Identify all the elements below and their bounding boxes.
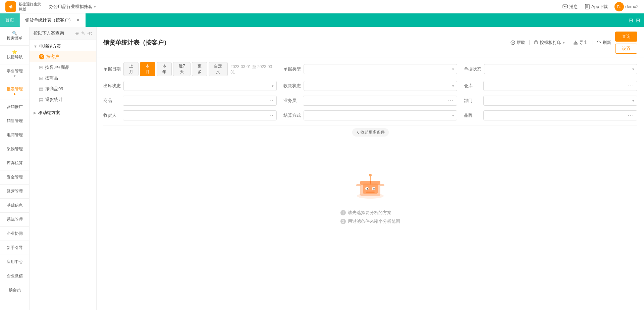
print-icon xyxy=(534,40,538,45)
sidebar-item-wholesale[interactable]: 批发管理 ▲ xyxy=(0,82,29,100)
scheme-item-by-goods-99[interactable]: ▤ 按商品99 xyxy=(30,84,96,94)
help-btn[interactable]: ? 帮助 xyxy=(511,40,525,46)
message-icon xyxy=(562,4,568,9)
sidebar-item-basics[interactable]: 基础信息 xyxy=(0,199,29,213)
sidebar-item-corp-wechat[interactable]: 企业微信 xyxy=(0,269,29,283)
scheme-item-by-customer-goods[interactable]: ⊞ 按客户+商品 xyxy=(30,62,96,73)
doc-type-chevron: ▾ xyxy=(452,67,454,71)
avatar: Ea xyxy=(614,2,624,11)
settlement-label: 结算方式 xyxy=(283,112,301,118)
salesperson-label: 业务员 xyxy=(283,98,300,104)
empty-tip-2: 2 用过滤条件来缩小分析范围 xyxy=(340,218,400,224)
scheme-panel: 按以下方案查询 ⊕ ✎ ≪ ▼ 电脑端方案 客 按客户 xyxy=(30,27,97,310)
date-btn-this-year[interactable]: 本年 xyxy=(157,62,172,76)
brand-label: 品牌 xyxy=(464,112,481,118)
filter-item-receiver: 收货人 ··· xyxy=(103,110,277,120)
dept-input[interactable]: ▾ xyxy=(483,96,637,106)
date-btn-this-month[interactable]: 本月 xyxy=(140,62,155,76)
date-btn-last-month[interactable]: 上月 xyxy=(123,62,139,76)
sidebar-item-retail[interactable]: 零售管理 ▼ xyxy=(0,64,29,82)
goods-label: 商品 xyxy=(103,98,120,104)
date-btn-custom[interactable]: 自定义 xyxy=(209,62,228,76)
receiver-input[interactable]: ··· xyxy=(123,110,277,120)
scheme-item-return-stat[interactable]: ▤ 退货统计 xyxy=(30,94,96,105)
empty-tip-1: 1 请先选择要分析的方案 xyxy=(340,210,400,216)
receiver-dots: ··· xyxy=(267,112,274,118)
filter-item-collect-status: 收款状态 ▾ xyxy=(283,81,457,91)
tab-close-icon[interactable]: ✕ xyxy=(76,18,80,22)
empty-state: 1 请先选择要分析的方案 2 用过滤条件来缩小分析范围 xyxy=(97,144,644,245)
warehouse-dots: ··· xyxy=(628,83,634,89)
brand-input[interactable]: ··· xyxy=(483,110,637,120)
tab-minimize-icon[interactable]: ⊟ xyxy=(629,17,633,23)
date-btn-more[interactable]: 更多 xyxy=(192,62,207,76)
sidebar-item-search-menu[interactable]: 🔍 搜索菜单 xyxy=(0,27,29,46)
goods-input[interactable]: ··· xyxy=(123,96,277,106)
scheme-item-by-goods[interactable]: ⊞ 按商品 xyxy=(30,73,96,84)
filter-row-4: 收货人 ··· 结算方式 ▾ 品牌 xyxy=(103,110,637,120)
export-icon xyxy=(573,40,578,45)
sidebar-item-inventory[interactable]: 库存核算 xyxy=(0,156,29,170)
sidebar-item-app-center[interactable]: 应用中心 xyxy=(0,255,29,269)
sidebar-item-finance[interactable]: 资金管理 xyxy=(0,170,29,185)
warehouse-input[interactable]: ··· xyxy=(483,81,637,91)
scheme-edit-btn[interactable]: ✎ xyxy=(81,31,85,36)
salesperson-dots: ··· xyxy=(447,98,454,104)
sidebar-item-quick-nav[interactable]: ⭐ 快捷导航 xyxy=(0,46,29,64)
scheme-bar-icon-2: ▤ xyxy=(39,97,43,102)
message-btn[interactable]: 消息 xyxy=(562,4,578,10)
page-header: 销货单统计表（按客户） ? 帮助 按模板打印 ▾ 导出 xyxy=(97,27,644,57)
collapse-btn[interactable]: ∧ 收起更多条件 xyxy=(352,128,389,137)
refresh-btn[interactable]: 刷新 xyxy=(596,40,611,46)
sidebar-item-newbie[interactable]: 新手引导 xyxy=(0,241,29,255)
warehouse-label: 仓库 xyxy=(464,83,481,89)
scheme-group-mobile-header[interactable]: ▶ 移动端方案 xyxy=(30,108,96,118)
tab-sales-stat[interactable]: 销货单统计表（按客户） ✕ xyxy=(20,13,86,27)
scheme-add-btn[interactable]: ⊕ xyxy=(75,31,79,36)
doc-type-input[interactable]: ▾ xyxy=(304,64,457,74)
content-area: 按以下方案查询 ⊕ ✎ ≪ ▼ 电脑端方案 客 按客户 xyxy=(30,27,644,310)
date-btn-7days[interactable]: 近7天 xyxy=(173,62,191,76)
settings-btn[interactable]: 设置 xyxy=(615,44,637,54)
sidebar-item-operations[interactable]: 经营管理 xyxy=(0,185,29,199)
collect-status-chevron: ▾ xyxy=(452,84,454,88)
app-download-btn[interactable]: App下载 xyxy=(585,4,608,10)
sidebar-item-purchase[interactable]: 采购管理 xyxy=(0,142,29,156)
help-icon: ? xyxy=(511,40,515,45)
export-btn[interactable]: 导出 xyxy=(573,40,588,46)
template-print-btn[interactable]: 按模板打印 ▾ xyxy=(534,40,565,46)
logo-text: 畅捷通好生意 标版 xyxy=(19,2,41,11)
sidebar-item-ecommerce[interactable]: 电商管理 xyxy=(0,128,29,142)
sidebar-item-sales[interactable]: 销售管理 xyxy=(0,114,29,128)
doc-status-chevron: ▾ xyxy=(632,67,634,71)
user-profile-btn[interactable]: Ea demo2 xyxy=(614,2,639,11)
dept-chevron: ▾ xyxy=(632,99,634,103)
sidebar-item-system[interactable]: 系统管理 xyxy=(0,213,29,227)
scheme-header-actions: ⊕ ✎ ≪ xyxy=(75,31,92,36)
sidebar-item-marketing[interactable]: 营销推广 xyxy=(0,100,29,114)
doc-status-input[interactable]: ▾ xyxy=(484,64,637,74)
industry-dropdown[interactable]: ▾ xyxy=(94,5,96,9)
doc-status-label: 单据状态 xyxy=(464,66,481,72)
tip-num-1: 1 xyxy=(340,210,346,215)
tab-home[interactable]: 首页 xyxy=(0,13,20,27)
tab-maximize-icon[interactable]: ⊞ xyxy=(636,17,640,23)
salesperson-input[interactable]: ··· xyxy=(303,96,457,106)
scheme-item-by-customer[interactable]: 客 按客户 xyxy=(30,51,96,62)
collect-status-input[interactable]: ▾ xyxy=(304,81,457,91)
filter-area: 单据日期 上月 本月 本年 近7天 更多 自定义 2023-03-01 至 20… xyxy=(97,57,644,144)
sidebar-item-member[interactable]: 畅会员 xyxy=(0,283,29,297)
scheme-bar-icon-1: ▤ xyxy=(39,86,43,92)
divider-3 xyxy=(592,40,592,45)
tab-bar-right: ⊟ ⊞ xyxy=(625,13,644,27)
settlement-chevron: ▾ xyxy=(452,113,454,118)
scheme-collapse-btn[interactable]: ≪ xyxy=(87,31,92,36)
query-btn[interactable]: 查询 xyxy=(615,32,637,42)
sidebar-item-enterprise[interactable]: 企业协同 xyxy=(0,227,29,241)
scheme-group-pc-header[interactable]: ▼ 电脑端方案 xyxy=(30,41,96,51)
svg-point-20 xyxy=(367,188,368,190)
industry-title: 办公用品行业模拟账套 ▾ xyxy=(49,4,96,10)
out-status-input[interactable]: ▾ xyxy=(123,81,277,91)
date-label: 单据日期 xyxy=(103,66,121,72)
settlement-input[interactable]: ▾ xyxy=(304,110,457,120)
